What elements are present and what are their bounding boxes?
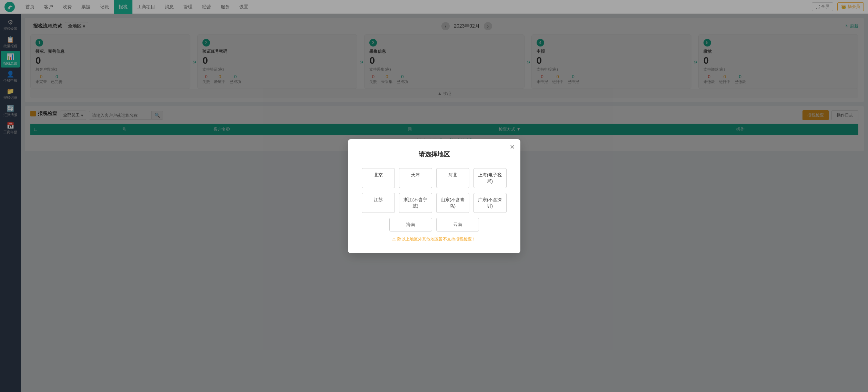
warning-icon: ⚠ xyxy=(392,237,396,241)
region-option-button[interactable]: 北京 xyxy=(362,168,395,188)
region-grid-row2: 江苏浙江(不含宁波)山东(不含青岛)广东(不含深圳) xyxy=(362,193,507,213)
region-option-button[interactable]: 云南 xyxy=(436,218,479,231)
region-option-button[interactable]: 河北 xyxy=(436,168,469,188)
region-option-button[interactable]: 山东(不含青岛) xyxy=(436,193,469,213)
modal-close-button[interactable]: ✕ xyxy=(510,144,515,150)
modal-title: 请选择地区 xyxy=(362,150,507,158)
region-option-button[interactable]: 浙江(不含宁波) xyxy=(399,193,432,213)
region-option-button[interactable]: 天津 xyxy=(399,168,432,188)
modal-overlay: ✕ 请选择地区 北京天津河北上海(电子税局) 江苏浙江(不含宁波)山东(不含青岛… xyxy=(0,0,868,392)
region-grid-row1: 北京天津河北上海(电子税局) xyxy=(362,168,507,188)
region-grid-row3: 海南云南 xyxy=(389,218,479,231)
region-option-button[interactable]: 江苏 xyxy=(362,193,395,213)
region-option-button[interactable]: 海南 xyxy=(389,218,432,231)
region-select-modal: ✕ 请选择地区 北京天津河北上海(电子税局) 江苏浙江(不含宁波)山东(不含青岛… xyxy=(348,139,520,253)
modal-warning: ⚠ 除以上地区外其他地区暂不支持报税检查！ xyxy=(362,236,507,242)
region-option-button[interactable]: 上海(电子税局) xyxy=(473,168,507,188)
region-option-button[interactable]: 广东(不含深圳) xyxy=(473,193,507,213)
